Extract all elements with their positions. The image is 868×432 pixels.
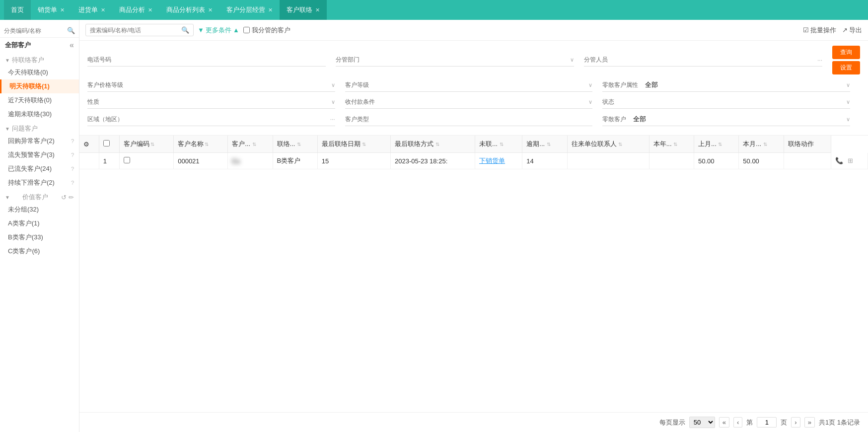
region-ellipsis-icon[interactable]: ···	[330, 116, 335, 123]
filter-panel: 电话号码 分管部门 ∨ 分管人员 ··· 查询 设置 客户价格等级	[79, 41, 868, 136]
row-phone-action-icon[interactable]: 📞	[835, 157, 843, 164]
retail-attr-dropdown-icon[interactable]: ∨	[846, 82, 850, 88]
sidebar-item-repurchase-abnormal[interactable]: 回购异常客户(2) ?	[0, 134, 79, 148]
page-input[interactable]	[757, 417, 777, 428]
customer-table: ⚙ 客户编码 ⇅ 客户名称 ⇅	[79, 136, 868, 169]
close-sales-icon[interactable]: ✕	[60, 7, 65, 13]
row-last-date: 2023-05-23 18:25:	[395, 157, 447, 165]
batch-op-btn[interactable]: ☑ 批量操作	[803, 26, 836, 35]
filter-payment-label: 收付款条件	[345, 98, 375, 106]
sort-icon-code[interactable]: ⇅	[150, 142, 154, 147]
nav-home[interactable]: 首页	[4, 0, 31, 20]
nav-goods-analysis[interactable]: 商品分析 ✕	[112, 0, 159, 20]
sidebar-item-declining[interactable]: 持续下滑客户(2) ?	[0, 176, 79, 190]
sort-icon-type[interactable]: ⇅	[252, 142, 256, 147]
group-value-customers: 价值客户 ↺ ✏	[0, 190, 79, 203]
th-name-label: 客户名称	[178, 140, 204, 148]
person-ellipsis-icon[interactable]: ···	[817, 57, 822, 64]
sort-icon-this-month[interactable]: ⇅	[763, 142, 767, 147]
sidebar-search-icon[interactable]: 🔍	[67, 27, 75, 34]
sidebar-search-bar: 🔍	[0, 24, 79, 38]
export-icon: ↗	[842, 26, 848, 34]
close-customer-contact-icon[interactable]: ✕	[315, 7, 320, 13]
nature-dropdown-icon[interactable]: ∨	[331, 99, 335, 105]
sidebar-item-churned[interactable]: 已流失客户(24) ?	[0, 162, 79, 176]
export-btn[interactable]: ↗ 导出	[842, 26, 862, 35]
search-input[interactable]	[90, 27, 179, 34]
sort-icon-this-year[interactable]: ⇅	[673, 142, 677, 147]
query-btn[interactable]: 查询	[832, 46, 860, 59]
close-goods-analysis-icon[interactable]: ✕	[148, 7, 152, 13]
row-contact-person-cell	[649, 153, 694, 169]
prev-page-btn[interactable]: ‹	[733, 417, 742, 428]
nav-customer-contact[interactable]: 客户联络 ✕	[280, 0, 327, 20]
sidebar-item-type-c[interactable]: C类客户(6)	[0, 244, 79, 258]
retail-customer-dropdown-icon[interactable]: ∨	[846, 116, 850, 123]
status-dropdown-icon[interactable]: ∨	[846, 99, 850, 105]
nav-goods-analysis-list-label: 商品分析列表	[166, 5, 205, 14]
group-pending-contact: 待联络客户	[0, 53, 79, 66]
sidebar-item-churn-warning[interactable]: 流失预警客户(3) ?	[0, 148, 79, 162]
per-page-select[interactable]: 50 100 200	[689, 417, 715, 428]
sidebar-item-week[interactable]: 近7天待联络(0)	[0, 93, 79, 107]
my-customers-checkbox[interactable]	[243, 27, 250, 33]
close-goods-analysis-list-icon[interactable]: ✕	[208, 7, 213, 13]
dept-dropdown-icon[interactable]: ∨	[570, 57, 574, 63]
sort-icon-last-date[interactable]: ⇅	[362, 142, 366, 147]
table-row: 1 000021 Ea B类客户	[79, 153, 868, 169]
th-code-label: 客户编码	[124, 140, 149, 148]
top-nav: 首页 销货单 ✕ 进货单 ✕ 商品分析 ✕ 商品分析列表 ✕ 客户分层经营 ✕ …	[0, 0, 868, 20]
next-page-btn[interactable]: ›	[791, 417, 800, 428]
filter-region: 区域（地区） ···	[87, 113, 335, 126]
settings-btn[interactable]: 设置	[832, 61, 860, 74]
sort-icon-last-month[interactable]: ⇅	[718, 142, 722, 147]
select-all-checkbox[interactable]	[103, 140, 110, 146]
sort-icon-name[interactable]: ⇅	[205, 142, 209, 147]
price-dropdown-icon[interactable]: ∨	[331, 82, 335, 88]
close-customer-tier-icon[interactable]: ✕	[268, 7, 273, 13]
row-last-method[interactable]: 下销货单	[479, 157, 505, 164]
filter-row-3: 性质 ∨ 收付款条件 ∨ 状态 ∨	[87, 96, 860, 109]
more-filter-btn[interactable]: ▼ 更多条件 ▲	[198, 26, 239, 35]
nav-home-label: 首页	[11, 5, 24, 14]
sort-icon-overdue[interactable]: ⇅	[547, 142, 551, 147]
close-purchase-icon[interactable]: ✕	[101, 7, 105, 13]
search-icon[interactable]: 🔍	[181, 26, 189, 34]
refresh-icon[interactable]: ↺	[61, 194, 67, 201]
th-name-sort: 客户名称 ⇅	[178, 140, 223, 148]
sidebar-item-churned-label: 已流失客户(24)	[8, 164, 52, 173]
th-last-month-label: 上月...	[698, 140, 717, 147]
level-dropdown-icon[interactable]: ∨	[588, 82, 592, 88]
nav-sales[interactable]: 销货单 ✕	[31, 0, 72, 20]
payment-dropdown-icon[interactable]: ∨	[588, 99, 592, 105]
sort-icon-contact[interactable]: ⇅	[297, 142, 301, 147]
sidebar-search-input[interactable]	[4, 27, 65, 34]
sidebar-item-today[interactable]: 今天待联络(0)	[0, 66, 79, 79]
nav-purchase[interactable]: 进货单 ✕	[72, 0, 112, 20]
sort-icon-uncontacted[interactable]: ⇅	[500, 142, 504, 147]
last-page-btn[interactable]: »	[804, 417, 815, 428]
toolbar-right: ☑ 批量操作 ↗ 导出	[803, 26, 862, 35]
first-page-btn[interactable]: «	[719, 417, 729, 428]
sidebar-item-type-b[interactable]: B类客户(33)	[0, 230, 79, 244]
nav-goods-analysis-list[interactable]: 商品分析列表 ✕	[159, 0, 219, 20]
row-grid-action-icon[interactable]: ⊞	[848, 157, 853, 164]
filter-dept: 分管部门 ∨	[336, 54, 574, 67]
row-checkbox[interactable]	[124, 157, 130, 163]
sort-icon-contact-person[interactable]: ⇅	[618, 142, 622, 147]
all-customers-item[interactable]: 全部客户 «	[0, 38, 79, 53]
group-problem-customers: 问题客户	[0, 121, 79, 134]
sort-icon-last-method[interactable]: ⇅	[435, 142, 439, 147]
filter-btn-label: 更多条件	[206, 26, 231, 35]
nav-customer-tier[interactable]: 客户分层经营 ✕	[219, 0, 280, 20]
page-label: 第	[746, 418, 753, 427]
question-mark-icon-3: ?	[71, 166, 74, 172]
sidebar-item-type-a[interactable]: A类客户(1)	[0, 216, 79, 230]
sidebar-item-tomorrow[interactable]: 明天待联络(1)	[0, 79, 79, 93]
sidebar-item-overdue[interactable]: 逾期未联络(30)	[0, 107, 79, 121]
edit-icon[interactable]: ✏	[69, 194, 74, 201]
settings-gear-icon[interactable]: ⚙	[83, 141, 89, 148]
row-last-month: 50.00	[743, 157, 759, 165]
sidebar-collapse-icon[interactable]: «	[70, 41, 74, 50]
sidebar-item-ungrouped[interactable]: 未分组(32)	[0, 203, 79, 216]
